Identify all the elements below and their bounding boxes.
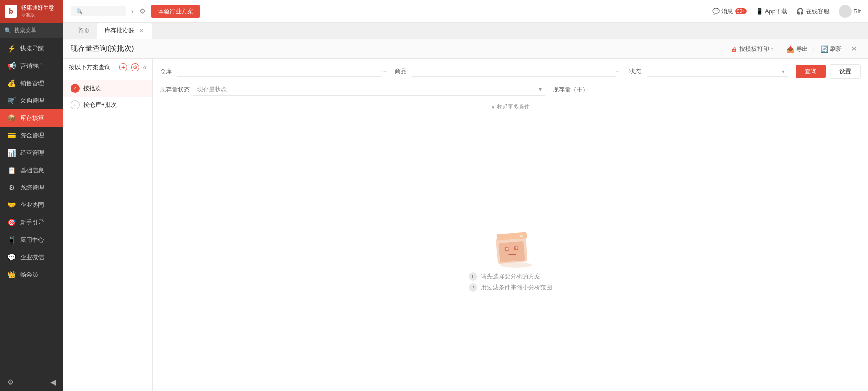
sidebar-item-purchase[interactable]: 🛒 采购管理 (0, 92, 63, 109)
status-chevron-icon: ▾ (782, 68, 785, 75)
sidebar-item-membership[interactable]: 👑 畅会员 (0, 266, 63, 283)
filter-settings-button[interactable]: 设置 (830, 64, 861, 79)
sidebar-item-operations[interactable]: 📊 经营管理 (0, 144, 63, 162)
user-profile[interactable]: Rit (839, 5, 861, 18)
operations-icon: 📊 (7, 149, 16, 157)
sidebar: b 畅康通好生意 标准版 🔍 搜索菜单 ⚡ 快捷导航 📢 营销推广 💰 销售管理… (0, 0, 63, 391)
warehouse-input[interactable] (177, 66, 381, 77)
sidebar-item-label: 销售管理 (20, 79, 44, 87)
export-button[interactable]: 📤 导出 (786, 45, 808, 53)
online-service-action[interactable]: 🎧 在线客服 (797, 7, 830, 16)
circle-icon: ○ (74, 103, 76, 107)
app-center-icon: 📱 (7, 236, 16, 244)
app-download-action[interactable]: 📱 App下载 (756, 7, 787, 16)
avatar (839, 5, 852, 18)
topbar-dropdown-chevron[interactable]: ▾ (131, 8, 134, 15)
divider2: | (813, 45, 815, 52)
system-icon: ⚙ (7, 184, 16, 192)
app-logo: b (5, 5, 17, 18)
tab-home[interactable]: 首页 (71, 23, 97, 39)
refresh-label: 刷新 (830, 45, 842, 53)
msg-num-1: 1 (469, 272, 477, 281)
online-service-label: 在线客服 (806, 7, 830, 16)
product-field: 商品 ··· (395, 66, 622, 77)
refresh-button[interactable]: 🔄 刷新 (820, 45, 842, 53)
messages-action[interactable]: 💬 消息 99+ (712, 7, 747, 16)
scheme-active-indicator: ✓ (71, 84, 80, 93)
print-chevron-icon: ▾ (771, 46, 774, 52)
topbar-search[interactable]: 🔍 (71, 6, 126, 16)
page-title: 现存量查询(按批次) (71, 44, 134, 54)
stock-status-select[interactable]: 现存量状态 ▾ (193, 83, 545, 96)
print-label: 按模板打印 (739, 45, 769, 53)
scheme-label: 按仓库+批次 (83, 101, 117, 109)
topbar-right: 💬 消息 99+ 📱 App下载 🎧 在线客服 Rit (712, 5, 861, 18)
print-button[interactable]: 🖨 按模板打印 ▾ (731, 45, 774, 53)
stock-status-placeholder: 现存量状态 (197, 85, 227, 93)
stock-qty-field: 现存量（主） — (553, 84, 861, 95)
tab-close-icon[interactable]: ✕ (138, 27, 144, 34)
svg-point-5 (506, 247, 508, 250)
tab-batch-account[interactable]: 库存批次账 ✕ (97, 23, 152, 39)
export-label: 导出 (796, 45, 808, 53)
sidebar-item-app-center[interactable]: 📱 应用中心 (0, 231, 63, 249)
content-area: 按以下方案查询 + ⚙ « ✓ 按批次 (63, 59, 868, 391)
empty-state: 1 请先选择要分析的方案 2 用过滤条件来缩小分析范围 (153, 119, 868, 391)
sidebar-item-basics[interactable]: 📋 基础信息 (0, 162, 63, 179)
close-panel-button[interactable]: ✕ (847, 44, 861, 53)
product-input[interactable] (412, 66, 616, 77)
query-button[interactable]: 查询 (796, 65, 826, 78)
product-label: 商品 (395, 67, 408, 76)
collapse-more-label: 收起更多条件 (497, 103, 530, 111)
sidebar-item-sales[interactable]: 💰 销售管理 (0, 75, 63, 92)
settings-footer-icon[interactable]: ⚙ (7, 378, 14, 386)
trial-button[interactable]: 体验行业方案 (151, 5, 200, 18)
stock-qty-max-input[interactable] (690, 84, 774, 95)
finance-icon: 💳 (7, 131, 16, 140)
divider1: | (779, 45, 780, 52)
collapse-more-button[interactable]: ∧ 收起更多条件 (160, 100, 861, 114)
scheme-item-batch[interactable]: ✓ 按批次 (63, 80, 152, 97)
empty-msg-1: 1 请先选择要分析的方案 (469, 272, 552, 281)
messages-label: 消息 (721, 7, 733, 16)
collapse-left-panel-button[interactable]: « (143, 64, 147, 71)
sidebar-item-inventory[interactable]: 📦 库存核算 (0, 109, 63, 127)
sidebar-item-label: 资金管理 (20, 131, 44, 140)
stock-qty-min-input[interactable] (592, 84, 676, 95)
tab-home-label: 首页 (78, 27, 90, 34)
sidebar-item-label: 企业协同 (20, 201, 44, 209)
collapse-sidebar-icon[interactable]: ◀ (50, 378, 56, 386)
quick-nav-icon: ⚡ (7, 44, 16, 53)
sidebar-item-quick-nav[interactable]: ⚡ 快捷导航 (0, 40, 63, 57)
topbar-search-icon: 🔍 (76, 8, 83, 15)
warehouse-more-icon[interactable]: ··· (381, 67, 387, 76)
add-scheme-button[interactable]: + (119, 63, 127, 71)
sidebar-item-wechat[interactable]: 💬 企业微信 (0, 249, 63, 266)
stock-status-chevron-icon: ▾ (539, 86, 542, 92)
sidebar-item-label: 经营管理 (20, 149, 44, 157)
sidebar-item-newbie[interactable]: 🎯 新手引导 (0, 214, 63, 231)
topbar: 🔍 ▾ ⚙ 体验行业方案 💬 消息 99+ 📱 App下载 🎧 在线客服 Rit (63, 0, 868, 23)
empty-messages: 1 请先选择要分析的方案 2 用过滤条件来缩小分析范围 (469, 272, 552, 292)
scheme-label: 按批次 (83, 84, 101, 92)
search-icon: 🔍 (5, 27, 11, 34)
scheme-settings-button[interactable]: ⚙ (131, 63, 139, 71)
gear-circle-icon: ⚙ (133, 65, 137, 71)
filter-row-1: 仓库 ··· 商品 ··· 状态 ▾ (160, 64, 861, 79)
sidebar-item-enterprise[interactable]: 🤝 企业协同 (0, 196, 63, 214)
product-more-icon[interactable]: ··· (616, 67, 622, 76)
scheme-inactive-indicator: ○ (71, 100, 80, 109)
app-title-block: 畅康通好生意 标准版 (21, 5, 54, 18)
topbar-gear-icon[interactable]: ⚙ (139, 7, 146, 16)
chevron-up-icon: ∧ (491, 104, 495, 110)
empty-svg-illustration (488, 219, 543, 270)
scheme-item-warehouse-batch[interactable]: ○ 按仓库+批次 (63, 97, 152, 113)
sidebar-item-system[interactable]: ⚙ 系统管理 (0, 179, 63, 196)
sidebar-item-marketing[interactable]: 📢 营销推广 (0, 57, 63, 75)
sidebar-item-finance[interactable]: 💳 资金管理 (0, 127, 63, 144)
newbie-icon: 🎯 (7, 218, 16, 227)
status-select[interactable]: ▾ (647, 66, 788, 77)
sidebar-search[interactable]: 🔍 搜索菜单 (0, 23, 63, 38)
empty-illustration (488, 219, 533, 265)
status-label: 状态 (629, 67, 643, 76)
